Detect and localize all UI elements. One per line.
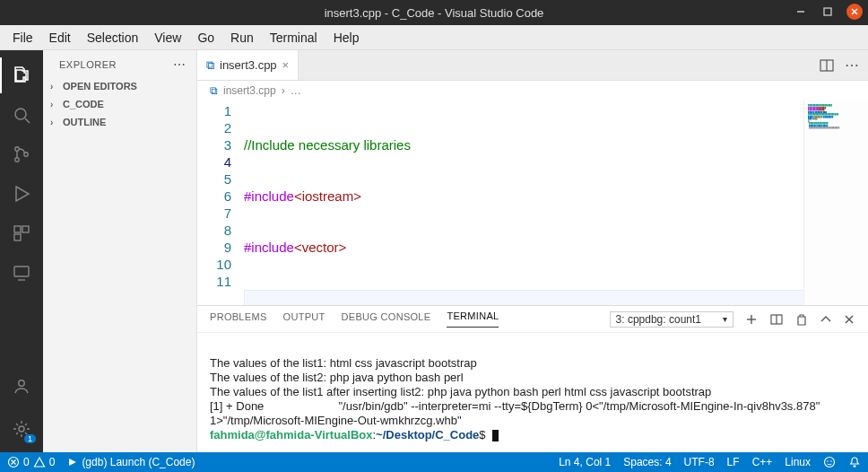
status-os[interactable]: Linux xyxy=(785,456,811,468)
new-terminal-icon[interactable] xyxy=(744,312,759,327)
warnings-count: 0 xyxy=(49,456,56,468)
breadcrumbs[interactable]: ⧉ insert3.cpp › … xyxy=(197,81,868,101)
launch-config: (gdb) Launch (C_Code) xyxy=(82,456,195,468)
section-workspace[interactable]: › C_CODE xyxy=(43,95,196,113)
editor-tabs: ⧉ insert3.cpp × ⋯ xyxy=(197,50,868,81)
window-controls xyxy=(793,4,863,20)
activity-source-control[interactable] xyxy=(0,136,43,172)
terminal-select[interactable]: 3: cppdbg: count1 ▾ xyxy=(610,311,733,328)
menu-view[interactable]: View xyxy=(147,28,188,48)
bottom-panel: PROBLEMS OUTPUT DEBUG CONSOLE TERMINAL 3… xyxy=(197,305,868,452)
svg-point-28 xyxy=(827,460,829,462)
editor-area: ⧉ insert3.cpp × ⋯ ⧉ insert3.cpp › … 1 2 … xyxy=(197,50,868,452)
editor-more-icon[interactable]: ⋯ xyxy=(845,57,859,74)
status-launch[interactable]: (gdb) Launch (C_Code) xyxy=(65,456,195,468)
maximize-button[interactable] xyxy=(820,4,836,20)
explorer-more-icon[interactable]: ⋯ xyxy=(173,57,187,72)
svg-point-29 xyxy=(830,460,832,462)
status-encoding[interactable]: UTF-8 xyxy=(684,456,715,468)
cpp-file-icon: ⧉ xyxy=(206,58,214,73)
svg-rect-1 xyxy=(824,8,831,15)
menu-selection[interactable]: Selection xyxy=(80,28,146,48)
menu-run[interactable]: Run xyxy=(223,28,261,48)
activity-accounts[interactable] xyxy=(0,368,43,404)
svg-point-14 xyxy=(19,380,24,386)
code-body[interactable]: //Include necessary libraries #include<i… xyxy=(244,101,868,305)
kill-terminal-icon[interactable] xyxy=(794,312,809,327)
activity-extensions[interactable] xyxy=(0,215,43,251)
status-eol[interactable]: LF xyxy=(727,456,740,468)
breadcrumb-file: insert3.cpp xyxy=(223,84,276,97)
tab-insert3[interactable]: ⧉ insert3.cpp × xyxy=(197,50,299,80)
menubar: File Edit Selection View Go Run Terminal… xyxy=(0,25,868,50)
close-panel-icon[interactable] xyxy=(843,313,855,326)
code-editor[interactable]: 1 2 3 4 5 6 7 8 9 10 11 //Include necess… xyxy=(197,101,868,305)
prompt-path: ~/Desktop/C_Code xyxy=(376,428,479,441)
status-lncol[interactable]: Ln 4, Col 1 xyxy=(559,456,611,468)
breadcrumb-sep: › xyxy=(282,84,285,97)
menu-edit[interactable]: Edit xyxy=(42,28,78,48)
activity-explorer[interactable] xyxy=(0,57,43,93)
gutter: 1 2 3 4 5 6 7 8 9 10 11 xyxy=(197,101,244,305)
term-line: The values of the list1 after inserting … xyxy=(210,385,711,398)
status-lang[interactable]: C++ xyxy=(752,456,773,468)
term-line: [1] + Done "/usr/bin/gdb" --interpreter=… xyxy=(210,399,823,427)
cursor xyxy=(492,430,499,441)
activity-remote[interactable] xyxy=(0,255,43,291)
explorer-header: EXPLORER ⋯ xyxy=(43,50,196,77)
activity-run-debug[interactable] xyxy=(0,176,43,212)
svg-point-7 xyxy=(15,158,19,162)
split-terminal-icon[interactable] xyxy=(769,312,784,327)
terminal-output[interactable]: The values of the list1: html css javasc… xyxy=(197,333,868,452)
tab-close-icon[interactable]: × xyxy=(282,58,290,72)
svg-rect-12 xyxy=(14,267,29,276)
panel-tab-output[interactable]: OUTPUT xyxy=(283,311,326,328)
panel-tab-debug-console[interactable]: DEBUG CONSOLE xyxy=(342,311,431,328)
line-number: 2 xyxy=(197,119,231,136)
section-outline[interactable]: › OUTLINE xyxy=(43,113,196,131)
menu-terminal[interactable]: Terminal xyxy=(263,28,325,48)
menu-go[interactable]: Go xyxy=(190,28,221,48)
prompt-user: fahmida@fahmida-VirtualBox xyxy=(210,428,372,441)
panel-tabs: PROBLEMS OUTPUT DEBUG CONSOLE TERMINAL 3… xyxy=(197,306,868,333)
activity-search[interactable] xyxy=(0,97,43,133)
line-number: 10 xyxy=(197,256,231,273)
panel-tab-terminal[interactable]: TERMINAL xyxy=(447,310,499,328)
panel-tab-problems[interactable]: PROBLEMS xyxy=(210,311,267,328)
chevron-right-icon: › xyxy=(50,82,59,92)
line-number: 4 xyxy=(197,153,231,170)
cpp-file-icon: ⧉ xyxy=(210,84,218,97)
section-label: OUTLINE xyxy=(63,117,106,127)
terminal-select-value: 3: cppdbg: count1 xyxy=(616,313,701,326)
line-number: 9 xyxy=(197,239,231,256)
line-number: 11 xyxy=(197,273,231,290)
minimap[interactable]: ███████████████████ ██████████████ █████… xyxy=(803,101,868,305)
minimize-button[interactable] xyxy=(793,4,809,20)
svg-point-4 xyxy=(15,109,26,119)
activity-settings[interactable]: 1 xyxy=(0,411,43,447)
bell-icon[interactable] xyxy=(848,456,861,468)
svg-point-27 xyxy=(825,458,835,468)
status-spaces[interactable]: Spaces: 4 xyxy=(623,456,671,468)
term-line: The values of the list1: html css javasc… xyxy=(210,356,477,370)
line-number: 7 xyxy=(197,205,231,222)
activity-bar: 1 xyxy=(0,50,43,452)
explorer-title: EXPLORER xyxy=(59,59,117,70)
maximize-panel-icon[interactable] xyxy=(820,313,832,326)
settings-badge: 1 xyxy=(24,434,36,443)
svg-rect-10 xyxy=(22,226,29,232)
close-button[interactable] xyxy=(846,4,863,20)
titlebar: insert3.cpp - C_Code - Visual Studio Cod… xyxy=(0,0,868,25)
chevron-right-icon: › xyxy=(50,100,59,109)
section-open-editors[interactable]: › OPEN EDITORS xyxy=(43,77,196,95)
status-problems[interactable]: 0 0 xyxy=(7,456,55,468)
chevron-right-icon: › xyxy=(50,118,59,127)
svg-line-5 xyxy=(25,118,30,123)
menu-help[interactable]: Help xyxy=(326,28,367,48)
feedback-icon[interactable] xyxy=(823,456,836,468)
breadcrumb-rest: … xyxy=(291,84,301,97)
menu-file[interactable]: File xyxy=(5,28,40,48)
section-label: OPEN EDITORS xyxy=(63,81,137,92)
line-number: 5 xyxy=(197,170,231,188)
split-editor-icon[interactable] xyxy=(820,58,834,73)
